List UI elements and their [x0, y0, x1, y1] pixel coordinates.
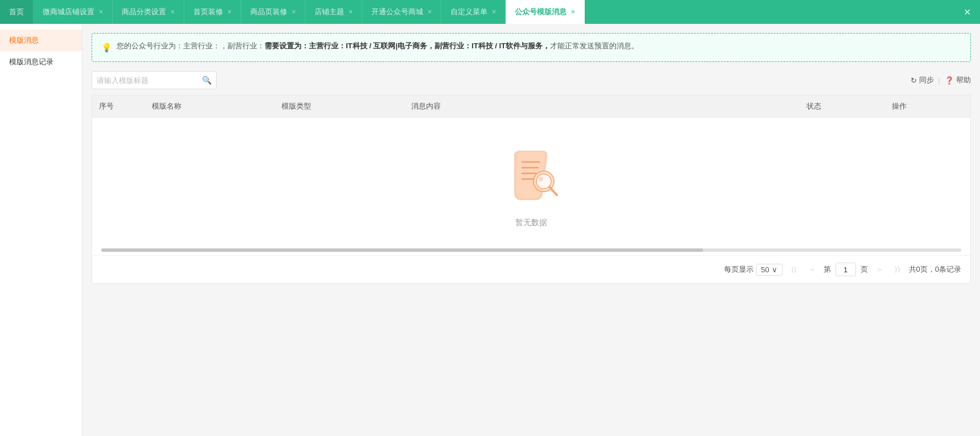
page-size-dropdown[interactable]: 50 ∨ — [756, 264, 782, 276]
content-area: 💡 您的公众号行业为：主营行业：，副营行业：需要设置为：主营行业：IT科技 / … — [82, 24, 980, 436]
sync-icon: ↻ — [911, 76, 917, 85]
help-icon: ❓ — [945, 76, 954, 85]
tab-category[interactable]: 商品分类设置× — [113, 0, 184, 24]
tab-home[interactable]: 首页 — [0, 0, 34, 24]
toolbar-right: ↻ 同步 | ❓ 帮助 — [911, 75, 971, 85]
scrollbar-thumb — [101, 248, 703, 252]
tab-weishop[interactable]: 微商城店铺设置× — [34, 0, 113, 24]
close-all-button[interactable]: ✕ — [954, 0, 980, 24]
tab-mall[interactable]: 开通公众号商城× — [362, 0, 441, 24]
last-page-button[interactable]: ⟩⟩ — [891, 263, 904, 276]
tab-productpage[interactable]: 商品页装修× — [241, 0, 305, 24]
sidebar-item-template-msg-record[interactable]: 模版消息记录 — [0, 51, 82, 73]
tab-close-icon[interactable]: × — [349, 8, 353, 16]
col-header-action: 操作 — [885, 95, 970, 118]
data-table: 序号模版名称模版类型消息内容状态操作 — [92, 95, 970, 118]
empty-state: 暂无数据 — [92, 118, 970, 245]
tab-close-icon[interactable]: × — [428, 8, 432, 16]
tab-label: 店铺主题 — [315, 7, 344, 17]
tab-label: 首页装修 — [193, 7, 223, 17]
tab-label: 商品页装修 — [250, 7, 287, 17]
prev-page-button[interactable]: ＜ — [805, 263, 819, 276]
tab-label: 自定义菜单 — [450, 7, 487, 17]
empty-text: 暂无数据 — [515, 218, 547, 228]
tab-label: 微商城店铺设置 — [43, 7, 94, 17]
first-page-button[interactable]: ⟨⟨ — [787, 263, 801, 276]
chevron-down-icon: ∨ — [772, 265, 778, 274]
tab-label: 公众号模版消息 — [515, 7, 567, 17]
tab-custommenu[interactable]: 自定义菜单× — [441, 0, 506, 24]
tab-close-icon[interactable]: × — [292, 8, 296, 16]
page-unit: 页 — [861, 264, 868, 275]
svg-point-8 — [539, 177, 543, 181]
page-size-value: 50 — [761, 265, 769, 274]
tab-close-icon[interactable]: × — [228, 8, 231, 16]
search-input[interactable] — [97, 76, 200, 85]
tab-theme[interactable]: 店铺主题× — [305, 0, 362, 24]
table-head: 序号模版名称模版类型消息内容状态操作 — [92, 95, 970, 118]
tab-close-icon[interactable]: × — [571, 8, 575, 16]
col-header-type: 模版类型 — [275, 95, 404, 118]
total-label: 共0页，0条记录 — [909, 264, 961, 275]
sidebar: 模版消息模版消息记录 — [0, 24, 82, 436]
help-label: 帮助 — [956, 75, 971, 85]
sync-label: 同步 — [919, 75, 934, 85]
notice-text: 您的公众号行业为：主营行业：，副营行业：需要设置为：主营行业：IT科技 / 互联… — [117, 40, 639, 52]
notice-banner: 💡 您的公众号行业为：主营行业：，副营行业：需要设置为：主营行业：IT科技 / … — [92, 33, 971, 62]
page-size-label: 每页显示 — [724, 264, 754, 275]
table-header-row: 序号模版名称模版类型消息内容状态操作 — [92, 95, 970, 118]
page-input[interactable] — [836, 263, 856, 276]
help-button[interactable]: ❓ 帮助 — [945, 75, 971, 85]
notice-icon: 💡 — [101, 41, 112, 55]
tab-close-icon[interactable]: × — [99, 8, 103, 16]
sidebar-item-template-msg[interactable]: 模版消息 — [0, 30, 82, 51]
sync-button[interactable]: ↻ 同步 — [911, 75, 934, 85]
di-label: 第 — [824, 264, 831, 275]
tab-templateMsg[interactable]: 公众号模版消息× — [506, 0, 585, 24]
main-layout: 模版消息模版消息记录 💡 您的公众号行业为：主营行业：，副营行业：需要设置为：主… — [0, 24, 980, 436]
tab-close-icon[interactable]: × — [171, 8, 175, 16]
scrollbar-area — [92, 245, 970, 255]
next-page-button[interactable]: ＞ — [873, 263, 886, 276]
tab-homepage[interactable]: 首页装修× — [184, 0, 241, 24]
empty-icon — [497, 140, 565, 209]
tab-bar: 首页微商城店铺设置×商品分类设置×首页装修×商品页装修×店铺主题×开通公众号商城… — [0, 0, 980, 24]
col-header-content: 消息内容 — [404, 95, 800, 118]
scrollbar-track[interactable] — [101, 248, 961, 252]
search-input-wrap[interactable]: 🔍 — [92, 71, 217, 89]
pagination: 每页显示 50 ∨ ⟨⟨ ＜ 第 页 ＞ ⟩⟩ 共0页，0条记录 — [92, 255, 970, 283]
tab-label: 商品分类设置 — [122, 7, 166, 17]
col-header-name: 模版名称 — [145, 95, 275, 118]
tab-label: 开通公众号商城 — [371, 7, 423, 17]
search-icon[interactable]: 🔍 — [202, 76, 212, 85]
col-header-index: 序号 — [92, 95, 145, 118]
tab-label: 首页 — [9, 7, 24, 17]
table-wrapper: 序号模版名称模版类型消息内容状态操作 — [92, 95, 971, 284]
tab-close-icon[interactable]: × — [492, 8, 496, 16]
search-bar: 🔍 ↻ 同步 | ❓ 帮助 — [92, 71, 971, 89]
svg-line-7 — [549, 187, 557, 195]
divider: | — [938, 76, 940, 85]
col-header-status: 状态 — [800, 95, 885, 118]
page-size-select: 每页显示 50 ∨ — [724, 264, 782, 276]
